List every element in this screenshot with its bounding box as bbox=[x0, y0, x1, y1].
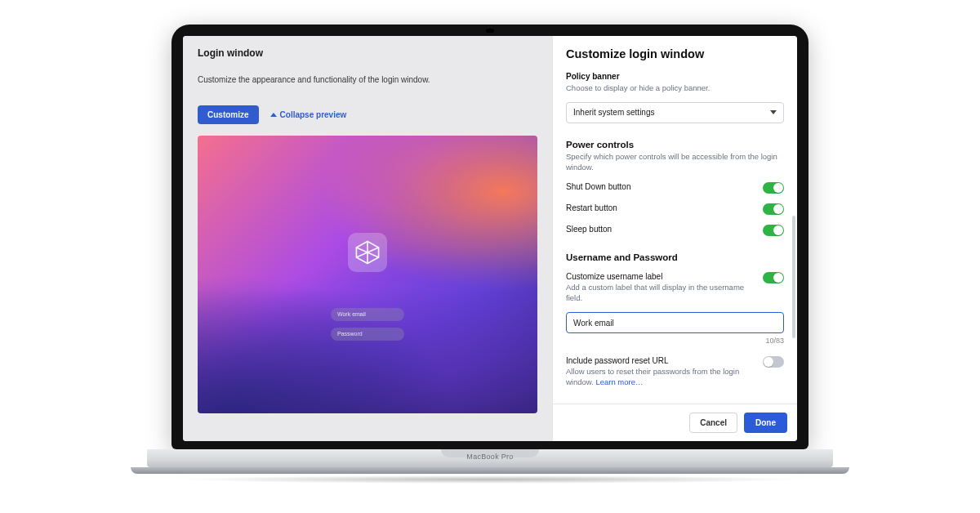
scrollbar-thumb[interactable] bbox=[792, 216, 795, 338]
laptop-base: MacBook Pro bbox=[114, 449, 866, 482]
laptop-screen: Login window Customize the appearance an… bbox=[183, 36, 797, 441]
main-content: Login window Customize the appearance an… bbox=[183, 36, 552, 441]
modal-scrim bbox=[183, 36, 552, 441]
power-controls-heading: Power controls bbox=[566, 140, 784, 149]
password-reset-title: Include password reset URL bbox=[566, 356, 755, 365]
custom-username-subtext: Add a custom label that will display in … bbox=[566, 283, 755, 304]
password-reset-toggle[interactable] bbox=[763, 356, 784, 368]
policy-banner-selected: Inherit system settings bbox=[573, 108, 654, 117]
cancel-button[interactable]: Cancel bbox=[689, 413, 737, 433]
restart-toggle[interactable] bbox=[763, 203, 784, 215]
policy-banner-subtext: Choose to display or hide a policy banne… bbox=[566, 83, 784, 94]
policy-banner-select[interactable]: Inherit system settings bbox=[566, 102, 784, 123]
shutdown-toggle[interactable] bbox=[763, 182, 784, 194]
learn-more-link[interactable]: Learn more… bbox=[595, 377, 643, 386]
power-controls-subtext: Specify which power controls will be acc… bbox=[566, 152, 784, 173]
custom-username-toggle[interactable] bbox=[763, 272, 784, 283]
password-reset-subtext: Allow users to reset their passwords fro… bbox=[566, 367, 755, 388]
camera-notch bbox=[486, 29, 494, 33]
policy-banner-heading: Policy banner bbox=[566, 72, 784, 81]
panel-title: Customize login window bbox=[566, 47, 784, 60]
customize-panel: Customize login window Policy banner Cho… bbox=[552, 36, 797, 441]
username-label-input[interactable] bbox=[566, 312, 784, 333]
sleep-label: Sleep button bbox=[566, 225, 612, 234]
char-counter: 10/83 bbox=[566, 337, 784, 345]
shutdown-label: Shut Down button bbox=[566, 182, 631, 191]
custom-username-title: Customize username label bbox=[566, 272, 755, 281]
sleep-toggle[interactable] bbox=[763, 225, 784, 236]
laptop-brand: MacBook Pro bbox=[466, 453, 513, 461]
chevron-down-icon bbox=[770, 110, 777, 114]
restart-label: Restart button bbox=[566, 203, 617, 212]
username-password-heading: Username and Password bbox=[566, 252, 784, 262]
done-button[interactable]: Done bbox=[744, 413, 787, 433]
panel-footer: Cancel Done bbox=[553, 404, 797, 441]
